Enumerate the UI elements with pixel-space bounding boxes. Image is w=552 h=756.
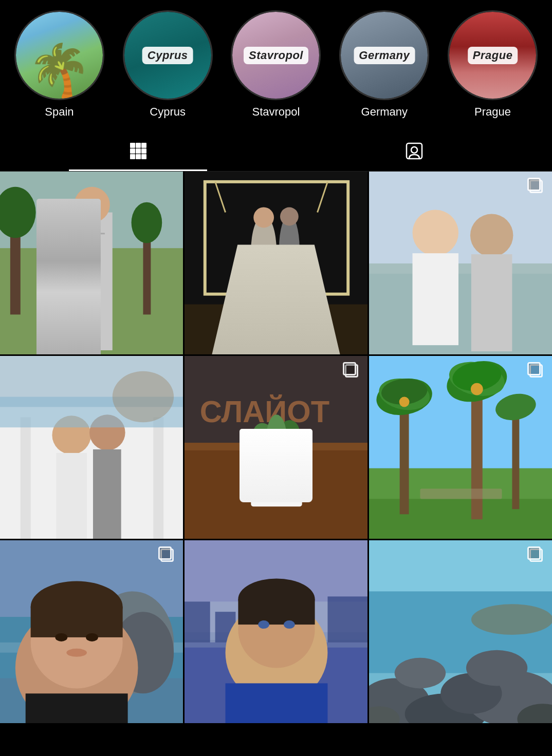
svg-rect-31 — [369, 172, 552, 274]
grid-cell-1[interactable] — [0, 172, 183, 354]
grid-cell-3[interactable] — [369, 172, 552, 354]
multi-icon-9 — [527, 546, 546, 565]
svg-point-108 — [284, 620, 295, 629]
svg-rect-36 — [471, 254, 512, 351]
story-overlay-germany: Germany — [354, 47, 415, 64]
grid-cell-7[interactable] — [0, 540, 183, 723]
svg-point-92 — [86, 633, 98, 641]
svg-point-33 — [413, 210, 458, 256]
svg-rect-1 — [136, 143, 141, 148]
svg-rect-8 — [141, 154, 146, 159]
svg-rect-90 — [31, 607, 123, 637]
story-item-spain[interactable]: Spain — [14, 10, 104, 119]
svg-point-18 — [74, 187, 110, 223]
multi-icon-3 — [527, 178, 546, 196]
svg-rect-43 — [153, 417, 163, 539]
svg-point-91 — [55, 633, 67, 641]
svg-rect-109 — [226, 683, 328, 723]
grid-cell-4[interactable] — [0, 356, 183, 539]
svg-point-72 — [399, 397, 410, 407]
photo-grid: СЛАЙОТ СЛАЙТ — [0, 172, 552, 723]
story-bg-germany: Germany — [341, 12, 428, 99]
svg-point-77 — [471, 383, 483, 395]
svg-rect-34 — [413, 253, 458, 345]
svg-rect-6 — [130, 154, 135, 159]
story-circle-prague: Prague — [448, 10, 538, 100]
svg-rect-78 — [512, 407, 519, 509]
story-overlay-prague: Prague — [468, 47, 518, 64]
svg-rect-41 — [21, 417, 31, 539]
grid-icon — [129, 142, 148, 163]
svg-rect-100 — [185, 601, 210, 642]
grid-cell-9[interactable] — [369, 540, 552, 723]
svg-rect-3 — [130, 148, 135, 154]
svg-rect-67 — [369, 499, 552, 539]
story-circle-stavropol: Stavropol — [231, 10, 321, 100]
story-label-germany: Germany — [361, 105, 408, 119]
svg-rect-19 — [79, 233, 105, 234]
svg-point-119 — [395, 658, 446, 689]
story-bg-cyprus: Cyprus — [124, 12, 211, 99]
story-bg-stavropol: Stavropol — [232, 12, 319, 99]
svg-point-107 — [258, 620, 269, 629]
svg-point-49 — [113, 371, 174, 422]
story-label-cyprus: Cyprus — [150, 105, 186, 119]
story-bg-spain — [16, 12, 103, 99]
svg-rect-0 — [130, 143, 135, 148]
story-item-prague[interactable]: Prague Prague — [448, 10, 538, 119]
svg-point-28 — [243, 261, 284, 287]
svg-rect-5 — [141, 148, 146, 154]
story-circle-cyprus: Cyprus — [123, 10, 213, 100]
svg-rect-56 — [248, 452, 304, 462]
story-item-germany[interactable]: Germany Germany — [339, 10, 429, 119]
svg-rect-32 — [369, 263, 552, 354]
svg-rect-29 — [185, 305, 367, 354]
story-item-cyprus[interactable]: Cyprus Cyprus — [123, 10, 213, 119]
grid-cell-6[interactable] — [369, 356, 552, 539]
story-label-stavropol: Stavropol — [252, 105, 300, 119]
svg-rect-55 — [251, 456, 302, 506]
svg-point-35 — [470, 214, 513, 257]
tagged-icon — [405, 142, 424, 163]
svg-rect-106 — [238, 599, 315, 625]
svg-point-57 — [265, 470, 288, 493]
svg-point-16 — [132, 202, 162, 243]
svg-rect-4 — [136, 148, 141, 154]
svg-rect-47 — [93, 449, 121, 539]
multi-icon-7 — [158, 546, 177, 565]
tab-bar — [0, 124, 552, 171]
svg-rect-9 — [407, 143, 422, 159]
svg-rect-2 — [141, 143, 146, 148]
tab-grid[interactable] — [0, 134, 276, 171]
svg-point-27 — [280, 207, 299, 226]
svg-rect-7 — [136, 154, 141, 159]
tab-tagged[interactable] — [276, 134, 552, 171]
svg-point-120 — [466, 650, 527, 686]
stories-section: Spain Cyprus Cyprus Stavropol Stavropol … — [0, 0, 552, 124]
grid-cell-8[interactable] — [185, 540, 367, 723]
svg-point-93 — [66, 649, 87, 657]
svg-rect-51 — [185, 448, 367, 539]
story-label-prague: Prague — [474, 105, 511, 119]
svg-point-10 — [411, 147, 417, 153]
svg-rect-94 — [26, 693, 128, 723]
multi-icon-6 — [527, 362, 546, 381]
svg-point-61 — [266, 414, 287, 460]
story-circle-spain — [14, 10, 104, 100]
story-overlay-stavropol: Stavropol — [244, 47, 308, 64]
svg-point-121 — [471, 604, 552, 635]
svg-rect-102 — [327, 596, 367, 642]
story-label-spain: Spain — [45, 105, 73, 119]
svg-rect-80 — [420, 489, 502, 499]
svg-rect-17 — [71, 213, 113, 350]
svg-point-63 — [276, 425, 314, 466]
svg-point-62 — [240, 425, 278, 466]
story-circle-germany: Germany — [339, 10, 429, 100]
story-item-stavropol[interactable]: Stavropol Stavropol — [231, 10, 321, 119]
svg-rect-45 — [56, 453, 87, 539]
story-bg-prague: Prague — [449, 12, 536, 99]
grid-cell-2[interactable] — [185, 172, 367, 354]
story-overlay-cyprus: Cyprus — [142, 47, 193, 64]
multi-icon-5 — [343, 362, 361, 381]
grid-cell-5[interactable]: СЛАЙОТ СЛАЙТ — [185, 356, 367, 539]
